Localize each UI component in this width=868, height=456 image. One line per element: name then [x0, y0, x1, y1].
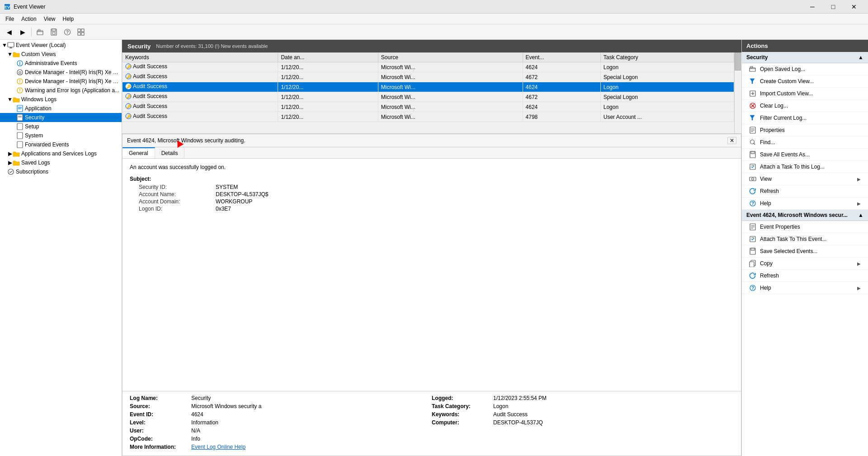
action-label: Import Custom View...	[760, 90, 861, 97]
detail-field: Account Domain:WORKGROUP	[130, 198, 734, 205]
sidebar-item-subscriptions[interactable]: Subscriptions	[0, 167, 122, 176]
svg-text:🔑: 🔑	[126, 64, 132, 70]
action-item-help[interactable]: ? Help ▶	[742, 282, 868, 294]
sidebar-item-application[interactable]: Application	[0, 104, 122, 113]
svg-rect-31	[17, 123, 23, 130]
sidebar-item-warn-error[interactable]: ! Warning and Error logs (Application a.…	[0, 86, 122, 95]
scrollbar-thumb[interactable]	[735, 52, 741, 71]
sidebar-item-admin-events[interactable]: i Administrative Events	[0, 59, 122, 68]
menu-view[interactable]: View	[40, 15, 59, 23]
svg-rect-63	[751, 151, 755, 154]
tab-general[interactable]: General	[123, 147, 155, 158]
action-item-properties[interactable]: Properties	[742, 124, 868, 136]
action-item-clear-log[interactable]: Clear Log...	[742, 100, 868, 112]
col-header-task[interactable]: Task Category	[600, 53, 734, 62]
svg-text:!: !	[19, 79, 20, 84]
sidebar-item-device2[interactable]: ! Device Manager - Intel(R) Iris(R) Xe G…	[0, 77, 122, 86]
table-row[interactable]: 🔑 Audit Success 1/12/20... Microsoft Wi.…	[123, 102, 734, 112]
sidebar-item-custom-views[interactable]: ▼ Custom Views	[0, 50, 122, 59]
sidebar-item-app-services[interactable]: ▶ Applications and Services Logs	[0, 149, 122, 158]
field-value: WORKGROUP	[216, 198, 252, 205]
action-item-save-all-events-as[interactable]: Save All Events As...	[742, 149, 868, 161]
back-button[interactable]: ◀	[3, 26, 15, 38]
detail-close-button[interactable]: ✕	[727, 137, 736, 144]
minimize-button[interactable]: ─	[802, 0, 823, 14]
action-item-refresh[interactable]: Refresh	[742, 185, 868, 197]
warn-error-label: Warning and Error logs (Application a...	[25, 87, 119, 94]
action-label: Save All Events As...	[760, 151, 861, 158]
action-item-filter-current-log[interactable]: Filter Current Log...	[742, 112, 868, 124]
table-row[interactable]: 🔑 Audit Success 1/12/20... Microsoft Wi.…	[123, 72, 734, 82]
action-item-help[interactable]: ? Help ▶	[742, 197, 868, 210]
subscriptions-icon	[7, 168, 14, 175]
sidebar-item-system[interactable]: System	[0, 131, 122, 140]
table-row[interactable]: 🔑 Audit Success 1/12/20... Microsoft Wi.…	[123, 112, 734, 122]
maximize-button[interactable]: □	[823, 0, 844, 14]
menu-action[interactable]: Action	[18, 15, 40, 23]
action-icon-save	[749, 248, 756, 255]
table-row[interactable]: 🔑 Audit Success 1/12/20... Microsoft Wi.…	[123, 62, 734, 72]
action-icon-props	[749, 223, 756, 230]
application-log-icon	[16, 105, 24, 112]
system-log-icon	[16, 132, 24, 139]
mmc-button[interactable]	[75, 26, 87, 38]
svg-text:🔑: 🔑	[126, 74, 132, 80]
col-header-date[interactable]: Date an...	[278, 53, 378, 62]
more-info-label: More Information:	[130, 444, 189, 450]
task-cat-label: Task Category:	[432, 403, 491, 409]
action-item-create-custom-view[interactable]: Create Custom View...	[742, 75, 868, 88]
table-scrollbar[interactable]	[734, 52, 741, 133]
svg-text:🔑: 🔑	[126, 94, 132, 99]
menu-help[interactable]: Help	[59, 15, 78, 23]
action-item-open-saved-log[interactable]: Open Saved Log...	[742, 63, 868, 75]
action-item-copy[interactable]: Copy ▶	[742, 258, 868, 270]
action-icon-task	[749, 235, 756, 243]
sidebar-item-setup[interactable]: Setup	[0, 122, 122, 131]
sidebar-item-forwarded[interactable]: Forwarded Events	[0, 140, 122, 149]
svg-rect-11	[78, 33, 80, 35]
action-item-event-properties[interactable]: Event Properties	[742, 221, 868, 233]
action-label: Open Saved Log...	[760, 66, 861, 72]
sidebar-item-windows-logs[interactable]: ▼ Windows Logs	[0, 95, 122, 104]
event-log-online-help-link[interactable]: Event Log Online Help	[191, 444, 245, 450]
sidebar-item-security[interactable]: Security	[0, 113, 122, 122]
events-table-scroll[interactable]: Keywords Date an... Source Event... Task…	[122, 52, 741, 134]
forward-button[interactable]: ▶	[16, 26, 29, 38]
col-header-event[interactable]: Event...	[523, 53, 600, 62]
security-log-icon	[16, 114, 24, 121]
close-button[interactable]: ✕	[844, 0, 864, 14]
sidebar-root-item[interactable]: ▼ Event Viewer (Local)	[0, 41, 122, 50]
open-button[interactable]	[34, 26, 47, 38]
action-item-view[interactable]: View ▶	[742, 173, 868, 185]
action-item-save-selected-events[interactable]: Save Selected Events...	[742, 245, 868, 258]
actions-section-security[interactable]: Security ▲	[742, 52, 868, 63]
save-button[interactable]	[47, 26, 60, 38]
action-icon-help: ?	[749, 200, 756, 207]
action-item-attach-a-task-to-this-log[interactable]: Attach a Task To this Log...	[742, 161, 868, 173]
svg-rect-28	[17, 114, 23, 121]
action-item-attach-task-to-this-event[interactable]: Attach Task To This Event...	[742, 233, 868, 245]
col-header-source[interactable]: Source	[378, 53, 523, 62]
table-row[interactable]: 🔑 Audit Success 1/12/20... Microsoft Wi.…	[123, 82, 734, 92]
svg-rect-9	[78, 29, 80, 32]
menu-file[interactable]: File	[2, 15, 18, 23]
help-button[interactable]: ?	[61, 26, 74, 38]
tab-details[interactable]: Details	[155, 147, 185, 158]
log-name: Security	[127, 43, 151, 50]
action-icon-help: ?	[749, 284, 756, 291]
col-header-keywords[interactable]: Keywords	[123, 53, 278, 62]
action-item-find[interactable]: Find...	[742, 136, 868, 149]
action-item-import-custom-view[interactable]: Import Custom View...	[742, 88, 868, 100]
detail-fields: Security ID:SYSTEMAccount Name:DESKTOP-4…	[130, 184, 734, 212]
svg-line-61	[754, 143, 755, 145]
field-label: Account Domain:	[139, 198, 211, 205]
user-value: N/A	[191, 428, 200, 434]
app-services-icon	[13, 150, 20, 157]
sidebar-item-device1[interactable]: ⚙ Device Manager - Intel(R) Iris(R) Xe G…	[0, 68, 122, 77]
actions-section-event[interactable]: Event 4624, Microsoft Windows secur... ▲	[742, 210, 868, 221]
sidebar-item-saved-logs[interactable]: ▶ Saved Logs	[0, 158, 122, 167]
table-row[interactable]: 🔑 Audit Success 1/12/20... Microsoft Wi.…	[123, 92, 734, 102]
action-icon-refresh	[749, 188, 756, 195]
action-item-refresh[interactable]: Refresh	[742, 270, 868, 282]
svg-text:⚙: ⚙	[18, 71, 22, 75]
